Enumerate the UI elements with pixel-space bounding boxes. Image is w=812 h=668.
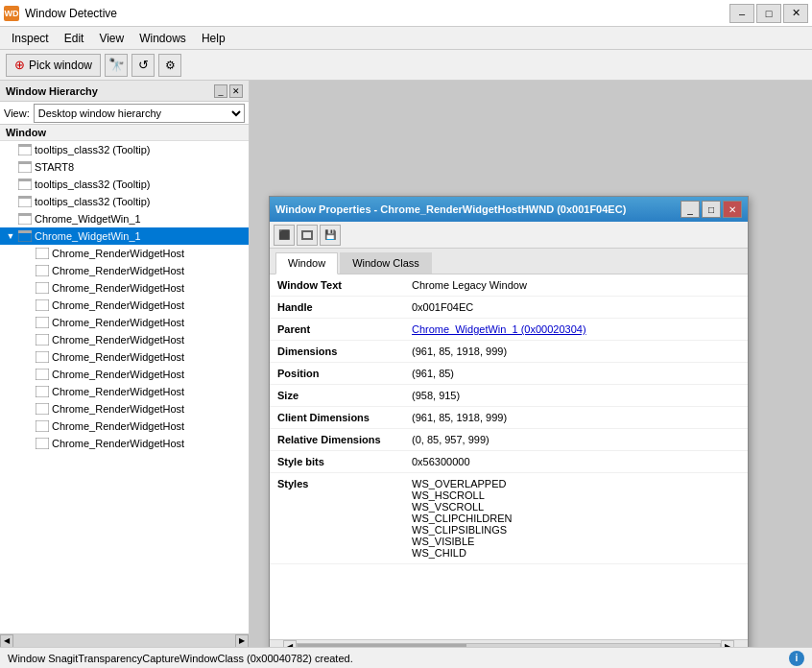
left-panel: Window Hierarchy _ ✕ View: Desktop windo…	[0, 81, 250, 647]
panel-close-button[interactable]: ✕	[229, 84, 243, 98]
dialog-window-icon[interactable]	[297, 225, 318, 246]
tab-window[interactable]: Window	[275, 252, 338, 274]
tree-item[interactable]: Chrome_RenderWidgetHost	[0, 262, 249, 279]
tree-toggle[interactable]	[21, 264, 35, 277]
app-icon: WD	[4, 6, 19, 21]
hscroll-thumb[interactable]	[298, 644, 466, 648]
tree-toggle[interactable]	[21, 368, 35, 381]
tree-item[interactable]: Chrome_RenderWidgetHost	[0, 435, 249, 452]
panel-controls: _ ✕	[214, 84, 243, 98]
dialog-minimize-button[interactable]: _	[681, 201, 700, 218]
tree-item[interactable]: START8	[0, 158, 249, 176]
tree-item-label: Chrome_RenderWidgetHost	[52, 403, 184, 415]
dialog-save-icon[interactable]: 💾	[320, 225, 341, 246]
tree-item[interactable]: tooltips_class32 (Tooltip)	[0, 141, 249, 158]
menu-edit[interactable]: Edit	[57, 30, 92, 47]
tree-toggle[interactable]	[21, 402, 35, 416]
dialog-hscrollbar[interactable]: ◀ ▶	[270, 639, 748, 647]
tree-item[interactable]: Chrome_RenderWidgetHost	[0, 314, 249, 331]
dialog-restore-icon[interactable]: ⬛	[274, 225, 295, 246]
hscroll-right-arrow[interactable]: ▶	[721, 640, 734, 648]
tree-item-label: Chrome_RenderWidgetHost	[52, 369, 184, 380]
tree-toggle[interactable]	[4, 195, 17, 208]
panel-minimize-button[interactable]: _	[214, 84, 227, 98]
dialog-maximize-button[interactable]: □	[702, 201, 721, 218]
tree-item-icon	[35, 246, 50, 261]
dialog-close-button[interactable]: ✕	[723, 201, 742, 218]
tree-toggle[interactable]	[21, 281, 35, 295]
tree-item[interactable]: Chrome_RenderWidgetHost	[0, 418, 249, 435]
tree-toggle[interactable]	[4, 212, 17, 226]
menu-windows[interactable]: Windows	[131, 30, 194, 47]
property-link[interactable]: Chrome_WidgetWin_1 (0x00020304)	[412, 323, 586, 335]
menu-view[interactable]: View	[91, 30, 131, 47]
tree-toggle[interactable]: ▼	[4, 229, 17, 243]
window-icon	[301, 230, 313, 240]
dialog-content: Window TextChrome Legacy WindowHandle0x0…	[270, 274, 748, 639]
tree-container[interactable]: tooltips_class32 (Tooltip)START8tooltips…	[0, 141, 249, 633]
minimize-button[interactable]: –	[729, 4, 754, 23]
tree-toggle[interactable]	[21, 298, 35, 312]
tree-toggle[interactable]	[21, 350, 35, 364]
app-title: Window Detective	[25, 7, 729, 20]
tree-toggle[interactable]	[21, 437, 35, 450]
hscroll-left-arrow[interactable]: ◀	[283, 640, 297, 648]
tree-toggle[interactable]	[21, 419, 35, 433]
svg-rect-3	[18, 161, 32, 164]
title-bar: WD Window Detective – □ ✕	[0, 0, 812, 27]
svg-rect-9	[18, 213, 32, 216]
tree-item-label: Chrome_RenderWidgetHost	[52, 299, 184, 311]
tree-toggle[interactable]	[21, 247, 35, 260]
tree-toggle[interactable]	[21, 385, 35, 398]
tree-item-label: Chrome_WidgetWin_1	[35, 213, 141, 225]
binoculars-button[interactable]: 🔭	[105, 54, 128, 77]
tab-window-class[interactable]: Window Class	[340, 252, 432, 274]
scroll-left-button[interactable]: ◀	[0, 634, 13, 648]
property-value: 0x56300000	[404, 451, 748, 473]
tree-item[interactable]: tooltips_class32 (Tooltip)	[0, 176, 249, 193]
tree-item[interactable]: Chrome_RenderWidgetHost	[0, 245, 249, 262]
property-row: Style bits0x56300000	[270, 451, 748, 473]
tree-item-label: Chrome_RenderWidgetHost	[52, 265, 184, 276]
settings-button[interactable]: ⚙	[158, 54, 181, 77]
tree-item[interactable]: Chrome_RenderWidgetHost	[0, 297, 249, 314]
tree-item[interactable]: Chrome_RenderWidgetHost	[0, 366, 249, 383]
refresh-button[interactable]: ↺	[131, 54, 155, 77]
svg-rect-7	[18, 196, 32, 199]
menu-help[interactable]: Help	[194, 30, 233, 47]
pick-window-button[interactable]: ⊕ Pick window	[6, 54, 101, 77]
property-value[interactable]: Chrome_WidgetWin_1 (0x00020304)	[404, 319, 748, 341]
tree-item[interactable]: ▼Chrome_WidgetWin_1	[0, 227, 249, 245]
property-row: Size(958, 915)	[270, 385, 748, 407]
dialog-tabs: Window Window Class	[270, 249, 748, 274]
view-select[interactable]: Desktop window hierarchy	[34, 104, 245, 123]
right-area: Window Properties - Chrome_RenderWidgetH…	[250, 81, 812, 647]
close-button[interactable]: ✕	[783, 4, 808, 23]
tree-toggle[interactable]	[4, 160, 17, 174]
svg-rect-12	[36, 248, 49, 259]
tree-item[interactable]: Chrome_RenderWidgetHost	[0, 348, 249, 366]
tree-toggle[interactable]	[4, 178, 17, 191]
tree-item[interactable]: Chrome_RenderWidgetHost	[0, 383, 249, 400]
tree-item[interactable]: Chrome_RenderWidgetHost	[0, 279, 249, 297]
tree-item[interactable]: Chrome_WidgetWin_1	[0, 210, 249, 227]
maximize-button[interactable]: □	[756, 4, 781, 23]
binoculars-icon: 🔭	[108, 58, 125, 72]
horizontal-scrollbar[interactable]: ◀ ▶	[0, 633, 249, 647]
tree-toggle[interactable]	[21, 316, 35, 329]
tree-item-icon	[35, 401, 50, 417]
svg-rect-1	[18, 144, 32, 147]
menu-inspect[interactable]: Inspect	[4, 30, 57, 47]
tree-toggle[interactable]	[21, 333, 35, 346]
hscroll-track[interactable]	[297, 643, 721, 648]
tree-item[interactable]: Chrome_RenderWidgetHost	[0, 331, 249, 348]
tree-item[interactable]: Chrome_RenderWidgetHost	[0, 400, 249, 418]
property-value: 0x001F04EC	[404, 297, 748, 319]
scroll-right-button[interactable]: ▶	[235, 634, 249, 648]
dialog-toolbar: ⬛ 💾	[270, 222, 748, 249]
tree-toggle[interactable]	[4, 143, 17, 156]
tree-item[interactable]: tooltips_class32 (Tooltip)	[0, 193, 249, 210]
info-icon: i	[789, 651, 804, 666]
scroll-track[interactable]	[13, 634, 235, 647]
view-label: View:	[4, 107, 30, 119]
